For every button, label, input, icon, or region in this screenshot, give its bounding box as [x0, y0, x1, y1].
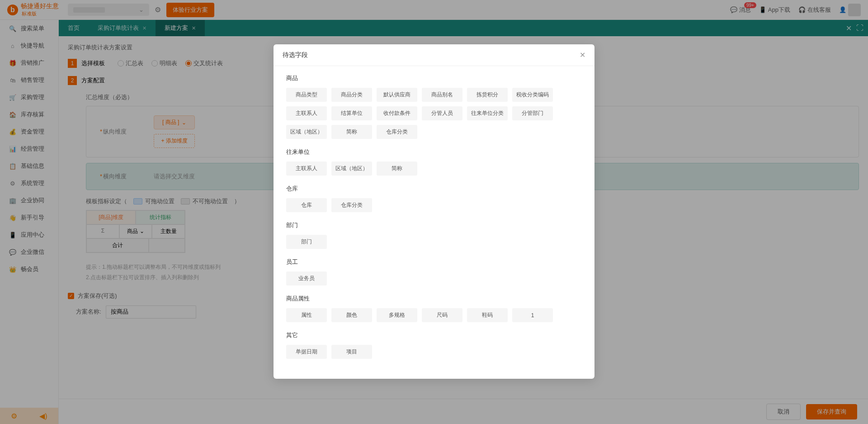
field-chip[interactable]: 区域（地区） [286, 125, 327, 139]
field-chip[interactable]: 简称 [331, 125, 372, 139]
field-chip[interactable]: 区域（地区） [331, 162, 372, 176]
field-group: 部门部门 [286, 221, 582, 249]
field-chip[interactable]: 仓库分类 [377, 125, 417, 139]
field-chip[interactable]: 颜色 [331, 308, 372, 322]
field-chip[interactable]: 收付款条件 [377, 106, 417, 120]
group-title: 往来单位 [286, 148, 582, 156]
field-chip[interactable]: 仓库 [286, 198, 327, 212]
field-chip[interactable]: 商品类型 [286, 88, 327, 102]
field-chip[interactable]: 仓库分类 [331, 198, 372, 212]
modal-close-button[interactable]: ✕ [580, 51, 585, 59]
field-chip[interactable]: 1 [512, 308, 553, 322]
field-selector-modal: 待选字段 ✕ 商品商品类型商品分类默认供应商商品别名拣货积分税收分类编码主联系人… [274, 44, 594, 379]
field-group: 员工业务员 [286, 258, 582, 286]
field-group: 往来单位主联系人区域（地区）简称 [286, 148, 582, 176]
field-chip[interactable]: 分管部门 [512, 106, 553, 120]
field-chip[interactable]: 分管人员 [422, 106, 462, 120]
field-chip[interactable]: 往来单位分类 [467, 106, 508, 120]
field-chip[interactable]: 主联系人 [286, 162, 327, 176]
field-chip[interactable]: 鞋码 [467, 308, 508, 322]
field-group: 商品商品类型商品分类默认供应商商品别名拣货积分税收分类编码主联系人结算单位收付款… [286, 74, 582, 139]
field-chip[interactable]: 部门 [286, 235, 327, 249]
field-chip[interactable]: 简称 [377, 162, 417, 176]
field-chip[interactable]: 项目 [331, 345, 372, 359]
field-group: 商品属性属性颜色多规格尺码鞋码1 [286, 295, 582, 322]
field-chip[interactable]: 商品分类 [331, 88, 372, 102]
group-title: 商品属性 [286, 295, 582, 303]
field-chip[interactable]: 商品别名 [422, 88, 462, 102]
field-chip[interactable]: 尺码 [422, 308, 462, 322]
modal-title: 待选字段 [283, 51, 308, 59]
field-chip[interactable]: 主联系人 [286, 106, 327, 120]
field-chip[interactable]: 结算单位 [331, 106, 372, 120]
field-chip[interactable]: 拣货积分 [467, 88, 508, 102]
field-chip[interactable]: 默认供应商 [377, 88, 417, 102]
field-chip[interactable]: 单据日期 [286, 345, 327, 359]
group-title: 其它 [286, 331, 582, 339]
field-chip[interactable]: 业务员 [286, 272, 327, 286]
group-title: 仓库 [286, 185, 582, 193]
field-group: 仓库仓库仓库分类 [286, 185, 582, 212]
field-group: 其它单据日期项目 [286, 331, 582, 359]
field-chip[interactable]: 属性 [286, 308, 327, 322]
field-chip[interactable]: 多规格 [377, 308, 417, 322]
field-chip[interactable]: 税收分类编码 [512, 88, 553, 102]
group-title: 部门 [286, 221, 582, 229]
group-title: 员工 [286, 258, 582, 266]
group-title: 商品 [286, 74, 582, 82]
